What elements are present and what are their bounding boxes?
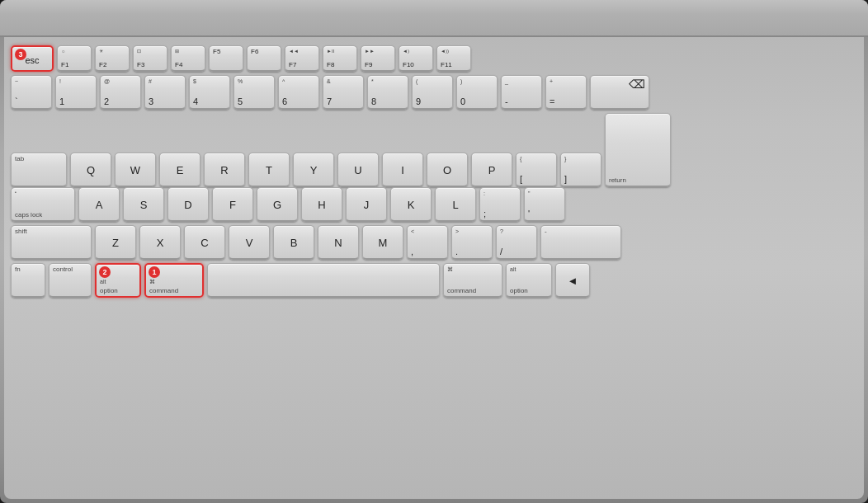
command-right-key[interactable]: ⌘ command	[443, 263, 502, 298]
f8-key[interactable]: ►II F8	[323, 45, 357, 72]
o-key[interactable]: O	[427, 153, 468, 187]
a-label: A	[96, 198, 103, 210]
m-label: M	[379, 236, 388, 248]
a-key[interactable]: A	[78, 187, 120, 222]
0-key[interactable]: ) 0	[456, 75, 498, 110]
d-key[interactable]: D	[167, 187, 209, 222]
f7-icon: ◄◄	[289, 49, 299, 54]
z-key[interactable]: Z	[95, 225, 136, 260]
7-main: 7	[327, 97, 332, 106]
1-key[interactable]: ! 1	[55, 75, 97, 110]
backspace-key[interactable]: ⌫	[590, 75, 649, 110]
option-right-key[interactable]: alt option	[506, 263, 552, 298]
shift-right-key[interactable]: -	[540, 225, 621, 260]
t-key[interactable]: T	[248, 153, 290, 187]
s-key[interactable]: S	[123, 187, 164, 222]
w-label: W	[130, 163, 140, 176]
f4-key[interactable]: ⊞ F4	[171, 45, 205, 72]
control-key[interactable]: control	[49, 263, 92, 298]
return-key[interactable]: return	[605, 113, 671, 187]
v-key[interactable]: V	[229, 225, 270, 260]
bracket-left-key[interactable]: { [	[516, 153, 557, 187]
minus-key[interactable]: _ -	[501, 75, 542, 110]
caps-label: caps lock	[15, 212, 42, 219]
4-key[interactable]: $ 4	[189, 75, 230, 110]
tab-key[interactable]: tab	[11, 153, 67, 187]
7-key[interactable]: & 7	[323, 75, 364, 110]
5-key[interactable]: % 5	[234, 75, 275, 110]
period-top: >	[455, 228, 459, 234]
x-label: X	[157, 236, 164, 248]
i-key[interactable]: I	[382, 153, 423, 187]
tilde-key[interactable]: ~ `	[11, 75, 52, 110]
8-key[interactable]: * 8	[367, 75, 408, 110]
e-key[interactable]: E	[159, 153, 200, 187]
minus-main: -	[505, 97, 508, 106]
p-key[interactable]: P	[471, 153, 512, 187]
tilde-top: ~	[15, 78, 18, 84]
bracket-left-top: {	[520, 156, 521, 162]
f11-label: F11	[441, 62, 452, 68]
7-top: &	[327, 78, 331, 84]
x-key[interactable]: X	[139, 225, 181, 260]
5-main: 5	[238, 97, 243, 106]
option-right-top: alt	[510, 266, 516, 272]
b-label: B	[290, 236, 298, 248]
spacebar-key[interactable]	[207, 263, 440, 298]
f7-key[interactable]: ◄◄ F7	[285, 45, 319, 72]
f3-key[interactable]: ⊡ F3	[133, 45, 167, 72]
y-key[interactable]: Y	[293, 153, 334, 187]
q-key[interactable]: Q	[70, 153, 111, 187]
equals-key[interactable]: + =	[545, 75, 587, 110]
h-key[interactable]: H	[301, 187, 342, 222]
3-key[interactable]: # 3	[144, 75, 186, 110]
l-label: L	[452, 198, 458, 210]
f10-key[interactable]: ◄) F10	[399, 45, 433, 72]
f2-key[interactable]: ☀ F2	[95, 45, 130, 72]
comma-key[interactable]: < ,	[407, 225, 448, 260]
fn-label: fn	[15, 266, 21, 273]
slash-key[interactable]: ? /	[496, 225, 537, 260]
backspace-icon: ⌫	[629, 78, 645, 90]
f4-icon: ⊞	[175, 49, 179, 54]
f9-label: F9	[365, 62, 372, 68]
f11-key[interactable]: ◄)) F11	[436, 45, 471, 72]
f5-key[interactable]: F5	[209, 45, 243, 72]
j-key[interactable]: J	[346, 187, 387, 222]
e-label: E	[177, 163, 184, 176]
quote-key[interactable]: " '	[524, 187, 565, 222]
b-key[interactable]: B	[273, 225, 314, 260]
option-left-key[interactable]: 2 alt option	[95, 263, 141, 298]
k-key[interactable]: K	[390, 187, 432, 222]
f1-key[interactable]: ☼ F1	[57, 45, 92, 72]
f6-key[interactable]: F6	[247, 45, 281, 72]
caps-lock-key[interactable]: • caps lock	[11, 187, 75, 222]
l-key[interactable]: L	[435, 187, 476, 222]
f1-label: F1	[61, 62, 68, 68]
c-key[interactable]: C	[184, 225, 225, 260]
9-key[interactable]: ( 9	[412, 75, 453, 110]
2-key[interactable]: @ 2	[100, 75, 141, 110]
m-key[interactable]: M	[362, 225, 403, 260]
period-key[interactable]: > .	[451, 225, 493, 260]
6-key[interactable]: ^ 6	[278, 75, 319, 110]
g-key[interactable]: G	[257, 187, 298, 222]
f9-key[interactable]: ►► F9	[361, 45, 395, 72]
f-key[interactable]: F	[212, 187, 253, 222]
bracket-right-key[interactable]: } ]	[560, 153, 601, 187]
top-aluminum-bar	[0, 0, 868, 37]
command-left-key[interactable]: 1 ⌘ command	[144, 263, 204, 298]
fn-key[interactable]: fn	[11, 263, 45, 298]
esc-label: esc	[25, 56, 39, 65]
shift-left-key[interactable]: shift	[11, 225, 92, 260]
comma-top: <	[411, 228, 414, 234]
left-arrow-key[interactable]: ◄	[555, 263, 590, 298]
u-key[interactable]: U	[337, 153, 379, 187]
w-key[interactable]: W	[115, 153, 156, 187]
r-key[interactable]: R	[204, 153, 245, 187]
n-key[interactable]: N	[318, 225, 359, 260]
f6-label: F6	[251, 49, 258, 55]
shift-left-label: shift	[15, 228, 27, 235]
semicolon-key[interactable]: : ;	[479, 187, 521, 222]
esc-key[interactable]: 3 esc	[11, 45, 54, 72]
